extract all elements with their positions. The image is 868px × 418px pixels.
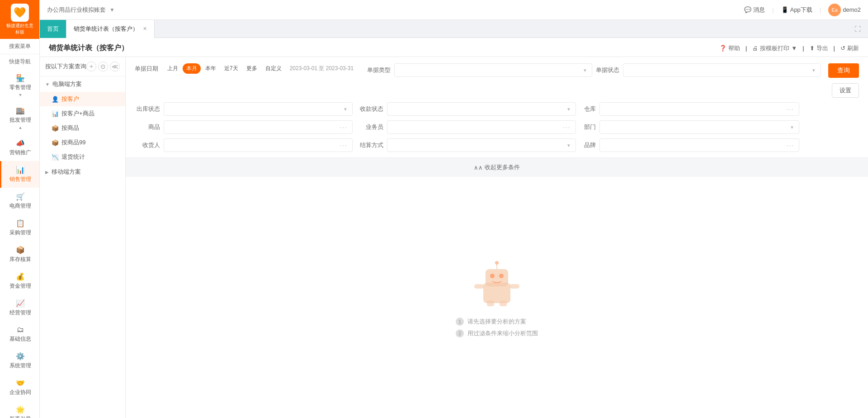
receiver-select[interactable]: ··· xyxy=(164,138,353,152)
goods-select[interactable]: ··· xyxy=(164,120,353,134)
app-download-action[interactable]: 📱 App下载 xyxy=(781,6,812,14)
app-download-label: App下载 xyxy=(790,6,812,14)
export-label: 导出 xyxy=(816,44,828,52)
scheme-item-return-stat-label: 退货统计 xyxy=(61,153,85,161)
more-date-btn[interactable]: 更多 xyxy=(243,63,261,74)
scheme-item-by-goods[interactable]: 📦 按商品 xyxy=(40,121,125,135)
messages-action[interactable]: 💬 消息 xyxy=(744,6,765,14)
tab-home[interactable]: 首页 xyxy=(40,20,66,38)
this-year-btn[interactable]: 本年 xyxy=(202,63,220,74)
refresh-scheme-button[interactable]: ⊙ xyxy=(98,62,108,71)
sidebar-item-finance[interactable]: 💰 资金管理 xyxy=(0,268,39,294)
refresh-icon: ↺ xyxy=(840,45,845,52)
avatar-text: Ea xyxy=(832,7,838,13)
this-month-btn[interactable]: 本月 xyxy=(183,63,201,74)
topbar-dropdown-icon[interactable]: ▼ xyxy=(109,7,115,13)
scheme-panel-title: 按以下方案查询 xyxy=(45,62,86,71)
refresh-label: 刷新 xyxy=(847,44,859,52)
sidebar-item-system[interactable]: ⚙️ 系统管理 xyxy=(0,347,39,374)
last-month-btn[interactable]: 上月 xyxy=(164,63,182,74)
fast-nav-label: 快捷导航 xyxy=(3,58,37,66)
search-menu[interactable]: 搜索菜单 xyxy=(0,39,39,54)
avatar[interactable]: Ea xyxy=(828,4,841,16)
tab-sales-stat[interactable]: 销货单统计表（按客户） ✕ xyxy=(66,20,155,38)
goods-icon: 📦 xyxy=(52,125,59,132)
warehouse-label: 仓库 xyxy=(581,105,596,113)
help-button[interactable]: ❓ 帮助 xyxy=(719,44,740,52)
user-profile[interactable]: Ea demo2 xyxy=(828,4,861,16)
tip1-text: 请先选择要分析的方案 xyxy=(467,318,526,326)
sidebar-item-newbie[interactable]: 🌟 新手引导 xyxy=(0,401,39,418)
collapse-scheme-button[interactable]: ≪ xyxy=(110,62,120,71)
scheme-item-by-goods99[interactable]: 📦 按商品99 xyxy=(40,135,125,150)
tab-home-label: 首页 xyxy=(47,25,59,33)
brand-select[interactable]: ··· xyxy=(599,138,799,152)
sidebar-item-purchase-label: 采购管理 xyxy=(9,229,31,237)
svg-point-9 xyxy=(495,261,499,265)
warehouse-select[interactable]: ··· xyxy=(599,102,799,116)
action-col: 查询 设置 xyxy=(821,63,859,98)
app-logo[interactable]: 🧡 畅捷通好生意 标版 xyxy=(0,0,39,39)
ecommerce-icon: 🛒 xyxy=(16,192,25,201)
out-status-select[interactable]: ▼ xyxy=(164,102,353,116)
sidebar-item-marketing[interactable]: 📣 营销推广 xyxy=(0,134,39,161)
svg-point-2 xyxy=(490,274,495,278)
query-button[interactable]: 查询 xyxy=(828,63,859,78)
payment-status-select[interactable]: ▼ xyxy=(387,102,576,116)
export-button[interactable]: ⬆ 导出 xyxy=(810,44,828,52)
basic-icon: 🗂 xyxy=(17,326,24,334)
sidebar-item-wholesale[interactable]: 🏬 批发管理 ▲ xyxy=(0,102,39,134)
doc-status-select[interactable]: ▼ xyxy=(623,63,821,77)
sidebar-item-sales[interactable]: 📊 销售管理 xyxy=(0,161,39,188)
doc-status-filter: 单据状态 ▼ xyxy=(592,63,821,77)
add-scheme-button[interactable]: ＋ xyxy=(86,62,96,71)
sidebar-item-ecommerce[interactable]: 🛒 电商管理 xyxy=(0,188,39,214)
maximize-icon[interactable]: ⛶ xyxy=(854,25,861,33)
warehouse-filter: 仓库 ··· xyxy=(581,102,799,116)
sidebar-item-basic[interactable]: 🗂 基础信息 xyxy=(0,321,39,347)
scheme-item-return-stat[interactable]: 📉 退货统计 xyxy=(40,150,125,164)
sidebar-item-marketing-label: 营销推广 xyxy=(9,149,31,157)
content: 按以下方案查询 ＋ ⊙ ≪ ▼ 电脑端方案 👤 按客户 xyxy=(40,57,868,418)
salesperson-select[interactable]: ··· xyxy=(387,120,576,134)
tip-num2: 2 xyxy=(456,329,464,337)
svg-rect-4 xyxy=(487,301,494,306)
fast-nav[interactable]: 快捷导航 xyxy=(0,54,39,69)
sidebar-item-retail-label: 零售管理 xyxy=(9,84,31,91)
template-print-button[interactable]: 🖨 按模板打印 ▼ xyxy=(752,44,797,52)
help-icon: ❓ xyxy=(719,45,726,52)
settings-button[interactable]: 设置 xyxy=(832,83,859,98)
chevron-up-icon: ▲ xyxy=(19,125,23,130)
message-icon: 💬 xyxy=(744,6,751,13)
date-row: 单据日期 上月 本月 本年 近7天 更多 自定义 2023-03-01 至 20… xyxy=(126,57,868,98)
goods-filter: 商品 ··· xyxy=(135,120,353,134)
scheme-item-by-customer-goods[interactable]: 📊 按客户+商品 xyxy=(40,106,125,121)
goods-dots: ··· xyxy=(340,124,348,131)
divider4: | xyxy=(802,45,804,52)
sidebar-item-inventory[interactable]: 📦 库存核算 xyxy=(0,241,39,268)
custom-date-btn[interactable]: 自定义 xyxy=(262,63,285,74)
sidebar-item-retail[interactable]: 🏪 零售管理 ▼ xyxy=(0,69,39,102)
sidebar-item-enterprise[interactable]: 🤝 企业协同 xyxy=(0,374,39,401)
doc-type-select[interactable]: ▼ xyxy=(394,63,592,77)
department-select[interactable]: ▼ xyxy=(599,120,799,134)
payment-status-label: 收款状态 xyxy=(358,105,383,113)
refresh-button[interactable]: ↺ 刷新 xyxy=(840,44,859,52)
system-icon: ⚙️ xyxy=(16,352,25,361)
tab-close-icon[interactable]: ✕ xyxy=(143,26,147,32)
sidebar-item-operation[interactable]: 📈 经营管理 xyxy=(0,294,39,321)
date-filter: 单据日期 上月 本月 本年 近7天 更多 自定义 2023-03-01 至 20… xyxy=(135,63,363,74)
tabbar-tabs: 首页 销货单统计表（按客户） ✕ xyxy=(40,20,851,38)
settlement-select[interactable]: ▼ xyxy=(387,138,576,152)
sidebar-item-purchase[interactable]: 📋 采购管理 xyxy=(0,214,39,241)
settlement-filter: 结算方式 ▼ xyxy=(358,138,576,152)
goods-label: 商品 xyxy=(135,123,160,131)
scheme-item-by-customer[interactable]: 👤 按客户 xyxy=(40,92,125,106)
topbar: 办公用品行业模拟账套 ▼ 💬 消息 | 📱 App下载 | Ea demo2 xyxy=(40,0,868,20)
scheme-group-desktop-header[interactable]: ▼ 电脑端方案 xyxy=(40,76,125,92)
scheme-group-mobile-header[interactable]: ▶ 移动端方案 xyxy=(40,164,125,180)
retail-icon: 🏪 xyxy=(16,74,25,82)
last-7-btn[interactable]: 近7天 xyxy=(221,63,242,74)
collapse-button[interactable]: ∧∧ 收起更多条件 xyxy=(467,162,527,173)
scheme-panel-header: 按以下方案查询 ＋ ⊙ ≪ xyxy=(40,57,125,76)
